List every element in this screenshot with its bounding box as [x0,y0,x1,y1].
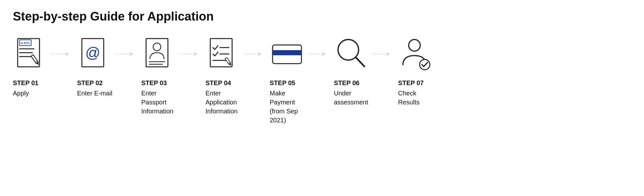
payment-card-icon [270,36,305,72]
page-title: Step-by-step Guide for Application [13,10,631,23]
step-05-label: STEP 05 [270,79,295,87]
step-02: @ STEP 02 Enter E-mail [77,36,141,98]
svg-text:@: @ [85,44,100,61]
arrow-02 [112,51,138,57]
keta-document-icon: K-ETA [13,36,48,72]
check-results-icon [398,36,433,72]
checklist-document-icon [205,36,241,72]
step-05-desc: Make Payment (from Sep 2021) [270,89,298,125]
step-01-desc: Apply [13,89,29,98]
step-02-desc: Enter E-mail [77,89,112,98]
svg-line-30 [356,57,364,67]
step-04-desc: Enter Application Information [205,89,238,116]
step-06-desc: Under assessment [334,89,368,107]
svg-rect-27 [273,50,301,55]
step-03: STEP 03 Enter Passport Information [141,36,205,116]
step-01: K-ETA [13,36,77,98]
step-06: STEP 06 Under assessment [334,36,398,107]
step-05: STEP 05 Make Payment (from Sep 2021) [270,36,334,125]
svg-text:K-ETA: K-ETA [21,41,30,45]
step-04-label: STEP 04 [205,79,231,87]
step-06-label: STEP 06 [334,79,360,87]
step-07-desc: Check Results [398,89,420,107]
email-document-icon: @ [77,36,112,72]
step-02-label: STEP 02 [77,79,103,87]
svg-point-33 [420,59,430,70]
steps-container: K-ETA [13,36,631,125]
step-07: STEP 07 Check Results [398,36,462,107]
step-03-desc: Enter Passport Information [141,89,173,116]
arrow-05 [305,51,331,57]
step-03-label: STEP 03 [141,79,167,87]
arrow-04 [241,51,266,57]
search-icon [334,36,369,72]
svg-point-32 [409,40,420,51]
step-07-label: STEP 07 [398,79,424,87]
arrow-03 [177,51,202,57]
arrow-01 [48,51,74,57]
passport-icon [141,36,177,72]
arrow-06 [369,51,395,57]
step-01-label: STEP 01 [13,79,39,87]
step-04: STEP 04 Enter Application Information [205,36,270,116]
